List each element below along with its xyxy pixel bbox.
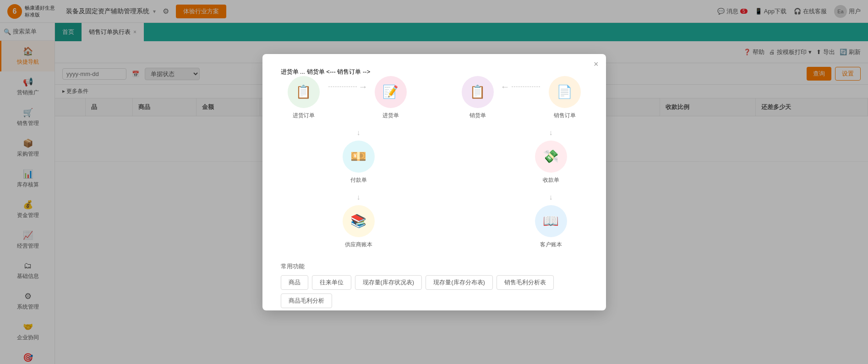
flow-node-supplier-ledger: 📚 供应商账本 <box>336 205 382 249</box>
arrow-down-payment: ↓ <box>357 129 360 137</box>
modal-close-button[interactable]: × <box>594 60 599 69</box>
purchase-order-circle[interactable]: 📋 <box>288 76 320 108</box>
flow-node-purchase-bill: 📝 进货单 <box>368 76 414 120</box>
modal-overlay[interactable]: × 进货单 ... 销货单 <--- 销售订单 --> 📋 进货订单 <box>0 0 868 364</box>
arrow-down-receipt: ↓ <box>549 129 553 137</box>
common-functions: 常用功能 商品 往来单位 现存量(库存状况表) 现存量(库存分布表) 销售毛利分… <box>281 262 588 310</box>
common-functions-title: 常用功能 <box>281 262 588 271</box>
sales-bill-circle[interactable]: 📋 <box>462 76 494 108</box>
flow-node-payment: 💴 付款单 <box>336 141 382 184</box>
flow-node-purchase-order: 📋 进货订单 <box>281 76 327 120</box>
flow-row-middle: ↓ 💴 付款单 ↓ � <box>281 129 588 184</box>
supplier-ledger-circle[interactable]: 📚 <box>343 205 375 237</box>
modal: × 进货单 ... 销货单 <--- 销售订单 --> 📋 进货订单 <box>262 54 606 310</box>
func-btn-stock-status[interactable]: 现存量(库存状况表) <box>355 275 422 290</box>
receipt-label: 收款单 <box>543 176 559 184</box>
modal-body: 进货单 ... 销货单 <--- 销售订单 --> 📋 进货订单 → <box>262 54 606 310</box>
flow-node-customer-ledger: 📖 客户账本 <box>528 205 574 249</box>
flow-col-payment: ↓ 💴 付款单 <box>336 129 382 184</box>
purchase-order-label: 进货订单 <box>293 112 315 120</box>
func-btn-stock-dist[interactable]: 现存量(库存分布表) <box>426 275 493 290</box>
flow-node-sales-order: 📄 销售订单 <box>542 76 588 120</box>
flow-row-bottom: ↓ 📚 供应商账本 ↓ <box>281 193 588 249</box>
payment-circle[interactable]: 💴 <box>343 141 375 173</box>
customer-ledger-label: 客户账本 <box>540 241 562 249</box>
func-btn-goods-margin[interactable]: 商品毛利分析 <box>281 293 332 308</box>
arrow-down-customer: ↓ <box>549 193 553 201</box>
purchase-bill-label: 进货单 <box>382 112 399 120</box>
flow-diagram: 进货单 ... 销货单 <--- 销售订单 --> 📋 进货订单 → <box>281 68 588 258</box>
flow-col-supplier: ↓ 📚 供应商账本 <box>336 193 382 249</box>
func-btn-sales-margin[interactable]: 销售毛利分析表 <box>497 275 554 290</box>
purchase-bill-circle[interactable]: 📝 <box>375 76 407 108</box>
func-btn-partners[interactable]: 往来单位 <box>312 275 351 290</box>
func-buttons-row1: 商品 往来单位 现存量(库存状况表) 现存量(库存分布表) 销售毛利分析表 商品… <box>281 275 588 308</box>
sales-bill-label: 销货单 <box>469 112 486 120</box>
func-btn-goods[interactable]: 商品 <box>281 275 308 290</box>
flow-node-sales-bill: 📋 销货单 <box>455 76 501 120</box>
arrow-down-supplier: ↓ <box>357 193 360 201</box>
flow-col-customer: ↓ 📖 客户账本 <box>528 193 574 249</box>
customer-ledger-circle[interactable]: 📖 <box>535 205 567 237</box>
arrow-purchase-to-bill: → <box>327 81 368 114</box>
flow-node-receipt: 💸 收款单 <box>528 141 574 184</box>
arrow-sales-order-to-bill: ← <box>501 81 542 114</box>
sales-order-label: 销售订单 <box>554 112 576 120</box>
sales-order-circle[interactable]: 📄 <box>549 76 581 108</box>
supplier-ledger-label: 供应商账本 <box>345 241 372 249</box>
flow-row-top: 📋 进货订单 → 📝 进货单 <box>281 76 588 120</box>
flow-col-receipt: ↓ 💸 收款单 <box>528 129 574 184</box>
payment-label: 付款单 <box>350 176 367 184</box>
receipt-circle[interactable]: 💸 <box>535 141 567 173</box>
